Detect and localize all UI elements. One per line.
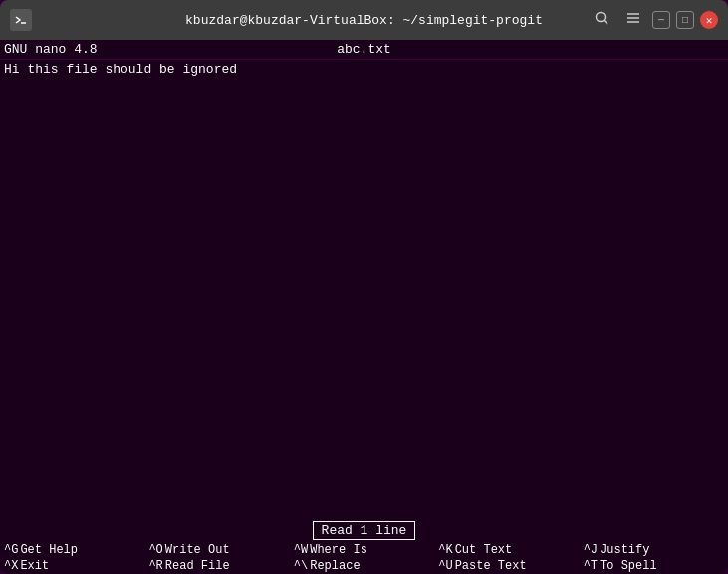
shortcut-label-write-out: Write Out: [165, 543, 230, 557]
shortcut-label-read-file: Read File: [165, 559, 230, 573]
shortcut-paste-text[interactable]: ^U Paste Text: [436, 559, 581, 573]
shortcut-write-out[interactable]: ^O Write Out: [146, 543, 291, 557]
minimize-button[interactable]: ─: [652, 11, 670, 29]
titlebar: kbuzdar@kbuzdar-VirtualBox: ~/simplegit-…: [0, 0, 728, 40]
shortcut-label-get-help: Get Help: [20, 543, 78, 557]
maximize-button[interactable]: □: [676, 11, 694, 29]
shortcut-key-x: ^X: [4, 559, 18, 573]
shortcut-read-file[interactable]: ^R Read File: [146, 559, 291, 573]
shortcut-label-exit: Exit: [20, 559, 49, 573]
shortcut-replace[interactable]: ^\ Replace: [292, 559, 436, 573]
titlebar-controls: ─ □ ✕: [589, 8, 718, 33]
shortcut-get-help[interactable]: ^G Get Help: [2, 543, 146, 557]
shortcut-key-o: ^O: [148, 543, 162, 557]
shortcut-key-t: ^T: [584, 559, 598, 573]
shortcut-where-is[interactable]: ^W Where Is: [292, 543, 436, 557]
shortcut-to-spell[interactable]: ^T To Spell: [582, 559, 726, 573]
terminal-window: kbuzdar@kbuzdar-VirtualBox: ~/simplegit-…: [0, 0, 728, 574]
status-message: Read 1 line: [313, 521, 416, 540]
shortcut-key-backslash: ^\: [294, 559, 308, 573]
close-button[interactable]: ✕: [700, 11, 718, 29]
nano-status-bar: Read 1 line: [0, 519, 728, 542]
shortcut-key-g: ^G: [4, 543, 18, 557]
nano-content-line: Hi this file should be ignored: [4, 62, 724, 77]
nano-editor[interactable]: Hi this file should be ignored: [0, 60, 728, 519]
titlebar-left: [10, 9, 32, 31]
shortcut-justify[interactable]: ^J Justify: [582, 543, 726, 557]
hamburger-menu-icon[interactable]: [620, 8, 646, 33]
shortcut-label-where-is: Where Is: [310, 543, 367, 557]
shortcut-row-1: ^G Get Help ^O Write Out ^W Where Is ^K …: [0, 542, 728, 558]
shortcut-key-u: ^U: [438, 559, 452, 573]
terminal-app-icon: [10, 9, 32, 31]
shortcut-key-w: ^W: [294, 543, 308, 557]
window-title: kbuzdar@kbuzdar-VirtualBox: ~/simplegit-…: [185, 13, 543, 28]
shortcut-key-r: ^R: [148, 559, 162, 573]
shortcut-label-replace: Replace: [310, 559, 360, 573]
shortcut-cut-text[interactable]: ^K Cut Text: [436, 543, 581, 557]
shortcut-row-2: ^X Exit ^R Read File ^\ Replace ^U Paste…: [0, 558, 728, 574]
shortcut-key-j: ^J: [584, 543, 598, 557]
nano-header: GNU nano 4.8 abc.txt: [0, 40, 728, 60]
nano-version: GNU nano 4.8: [4, 42, 244, 57]
shortcut-label-to-spell: To Spell: [600, 559, 657, 573]
shortcut-key-k: ^K: [438, 543, 452, 557]
svg-line-3: [604, 20, 607, 24]
svg-point-2: [597, 12, 606, 21]
nano-shortcuts: ^G Get Help ^O Write Out ^W Where Is ^K …: [0, 542, 728, 574]
shortcut-label-cut-text: Cut Text: [455, 543, 513, 557]
shortcut-label-justify: Justify: [600, 543, 649, 557]
shortcut-label-paste-text: Paste Text: [455, 559, 527, 573]
nano-filename: abc.txt: [244, 42, 484, 57]
shortcut-exit[interactable]: ^X Exit: [2, 559, 146, 573]
search-icon[interactable]: [589, 8, 614, 33]
